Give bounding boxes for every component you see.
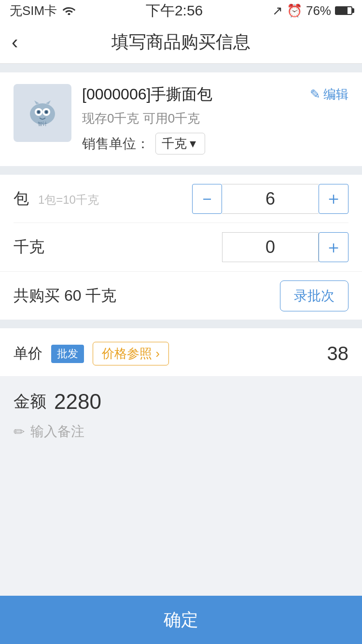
amount-value: 2280 xyxy=(54,390,101,414)
status-time: 下午2:56 xyxy=(146,1,203,21)
note-placeholder: 输入备注 xyxy=(30,422,84,441)
battery-icon xyxy=(335,6,352,15)
product-card: 智计 [0000006]手撕面包 现存0千克 可用0千克 销售单位： 千克 ▾ … xyxy=(0,72,362,166)
svg-point-6 xyxy=(45,111,47,113)
bag-qty-control: － ＋ xyxy=(192,184,348,214)
top-divider xyxy=(0,64,362,72)
mid-divider1 xyxy=(0,166,362,175)
summary-row: 共购买 60 千克 录批次 xyxy=(0,271,362,320)
confirm-label: 确定 xyxy=(164,608,198,632)
content-spacer xyxy=(0,448,362,593)
kg-qty-control: ＋ xyxy=(222,232,348,262)
price-value: 38 xyxy=(327,343,349,364)
batch-button[interactable]: 录批次 xyxy=(280,280,348,311)
product-info: [0000006]手撕面包 现存0千克 可用0千克 销售单位： 千克 ▾ xyxy=(82,84,348,154)
svg-point-5 xyxy=(38,111,40,113)
product-thumbnail: 智计 xyxy=(14,84,71,142)
bag-plus-button[interactable]: ＋ xyxy=(319,184,348,214)
price-type-badge: 批发 xyxy=(51,345,84,363)
location-icon: ↗ xyxy=(272,3,283,18)
bag-quantity-input[interactable] xyxy=(222,184,319,214)
back-button[interactable]: ‹ xyxy=(12,31,18,53)
edit-button[interactable]: ✎ 编辑 xyxy=(310,86,348,103)
kg-quantity-input[interactable] xyxy=(222,232,319,262)
bag-sublabel: 1包=10千克 xyxy=(38,193,99,206)
price-label: 单价 xyxy=(14,344,42,364)
mid-divider2 xyxy=(0,320,362,328)
product-stock: 现存0千克 可用0千克 xyxy=(82,110,348,127)
unit-label: 销售单位： xyxy=(82,135,150,153)
product-name: [0000006]手撕面包 xyxy=(82,84,348,105)
carrier-text: 无SIM卡 xyxy=(10,2,57,19)
bag-minus-button[interactable]: － xyxy=(192,184,222,214)
kg-plus-button[interactable]: ＋ xyxy=(319,232,348,262)
price-section: 单价 批发 价格参照 › 38 xyxy=(0,328,362,376)
amount-row: 金额 2280 xyxy=(14,390,348,414)
chevron-down-icon: ▾ xyxy=(190,136,196,151)
page-title: 填写商品购买信息 xyxy=(111,30,251,54)
status-right: ↗ ⏰ 76% xyxy=(272,3,352,18)
kg-input-row: 千克 ＋ xyxy=(14,223,348,271)
amount-label: 金额 xyxy=(14,391,46,413)
svg-text:智计: 智计 xyxy=(38,121,47,126)
wifi-icon xyxy=(62,3,76,18)
input-section: 包 1包=10千克 － ＋ 千克 ＋ xyxy=(0,175,362,271)
nav-bar: ‹ 填写商品购买信息 xyxy=(0,21,362,64)
status-left: 无SIM卡 xyxy=(10,2,76,19)
note-row[interactable]: ✏ 输入备注 xyxy=(14,422,348,441)
price-ref-button[interactable]: 价格参照 › xyxy=(93,342,169,365)
alarm-icon: ⏰ xyxy=(287,3,302,18)
unit-select[interactable]: 千克 ▾ xyxy=(155,133,205,154)
status-bar: 无SIM卡 下午2:56 ↗ ⏰ 76% xyxy=(0,0,362,21)
kg-label: 千克 xyxy=(14,237,222,258)
bag-input-row: 包 1包=10千克 － ＋ xyxy=(14,175,348,223)
note-edit-icon: ✏ xyxy=(14,424,25,440)
edit-icon: ✎ xyxy=(310,87,320,102)
summary-text: 共购买 60 千克 xyxy=(14,285,116,307)
bag-label: 包 1包=10千克 xyxy=(14,188,192,210)
battery-text: 76% xyxy=(306,3,331,18)
confirm-button[interactable]: 确定 xyxy=(0,596,362,644)
amount-section: 金额 2280 ✏ 输入备注 xyxy=(0,376,362,448)
product-unit-row: 销售单位： 千克 ▾ xyxy=(82,133,348,154)
